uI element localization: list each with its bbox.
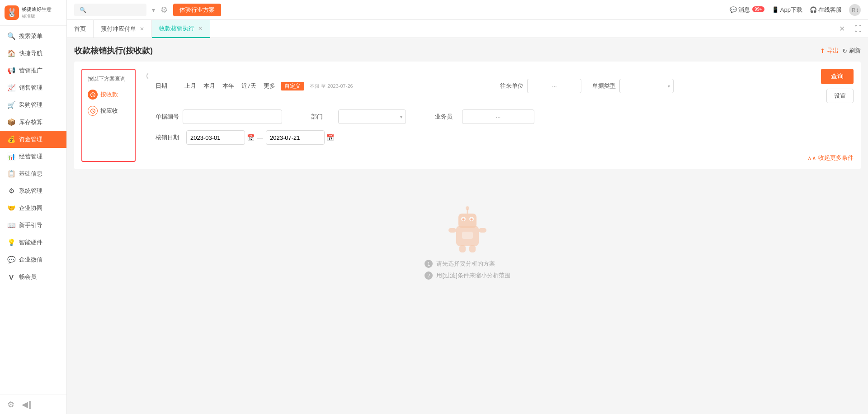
empty-state: 1 请先选择要分析的方案 2 用[过滤]条件来缩小分析范围: [74, 169, 861, 298]
weixin-icon: 💬: [7, 256, 15, 264]
solution-button[interactable]: 体验行业方案: [173, 4, 221, 16]
receivable-option-icon: [88, 106, 98, 116]
sidebar-item-member[interactable]: V 畅会员: [0, 268, 66, 286]
collection-option-icon: [88, 90, 98, 100]
sidebar-item-basicinfo[interactable]: 📋 基础信息: [0, 165, 66, 182]
filter-option-label: 按收款: [100, 90, 118, 99]
tip-num-2: 2: [425, 271, 433, 280]
sidebar-item-finance[interactable]: 💰 资金管理: [0, 131, 66, 148]
svg-point-7: [471, 219, 473, 221]
sidebar-item-label: 快捷导航: [19, 49, 42, 57]
tab-prepay-label: 预付冲应付单: [101, 25, 136, 33]
date-btn-thismonth[interactable]: 本月: [202, 81, 217, 91]
gear-icon[interactable]: ⚙: [160, 5, 168, 15]
bill-type-select[interactable]: [619, 79, 674, 93]
topbar: 🔍 ▾ ⚙ 体验行业方案 💬 消息 99+ 📱 App下载 🎧 在线客服 Rit: [67, 0, 868, 20]
sidebar-item-label: 搜索菜单: [19, 32, 42, 40]
setting-button[interactable]: 设置: [826, 89, 854, 103]
svg-rect-14: [462, 232, 473, 239]
tab-collection-label: 收款核销执行: [159, 24, 194, 33]
sidebar-item-quicknav[interactable]: 🏠 快捷导航: [0, 45, 66, 62]
topbar-search[interactable]: 🔍: [74, 4, 146, 16]
sidebar-item-operations[interactable]: 📊 经营管理: [0, 148, 66, 165]
date-btn-thisyear[interactable]: 本年: [221, 81, 236, 91]
filter-option-by-receivable[interactable]: 按应收: [82, 103, 135, 119]
bill-type-select-wrap: ▾: [619, 79, 674, 93]
sidebar-item-purchase[interactable]: 🛒 采购管理: [0, 96, 66, 114]
date-label: 日期: [156, 82, 179, 90]
bill-no-group: 单据编号: [156, 109, 282, 124]
collapse-more-label: 收起更多条件: [818, 154, 854, 162]
headset-icon: 🎧: [810, 6, 817, 13]
date-btn-more[interactable]: 更多: [262, 81, 277, 91]
calendar-end-icon[interactable]: 📅: [326, 134, 334, 141]
sidebar-item-label: 销售管理: [19, 84, 42, 92]
date-custom-tag[interactable]: 自定义: [281, 82, 304, 90]
sidebar-item-hardware[interactable]: 💡 智能硬件: [0, 234, 66, 251]
verify-date-end-input[interactable]: [266, 130, 325, 145]
operations-icon: 📊: [7, 152, 15, 161]
message-button[interactable]: 💬 消息 99+: [730, 6, 764, 14]
app-title: 畅捷通好生意: [22, 6, 52, 13]
close-tab-button[interactable]: ✕: [835, 23, 848, 35]
settings-icon[interactable]: ⚙: [7, 400, 14, 409]
sidebar-item-label: 企业微信: [19, 256, 42, 264]
verify-date-start-input[interactable]: [186, 130, 245, 145]
sidebar-item-system[interactable]: ⚙ 系统管理: [0, 182, 66, 200]
message-badge: 99+: [752, 6, 764, 12]
filter-option-by-collection[interactable]: 按收款: [82, 86, 135, 103]
collapse-sidebar-icon[interactable]: ◀‖: [22, 400, 32, 409]
inventory-icon: 📦: [7, 118, 15, 126]
system-icon: ⚙: [7, 187, 15, 195]
refresh-icon: ↻: [842, 48, 847, 54]
tab-collection[interactable]: 收款核销执行 ✕: [152, 20, 210, 38]
sidebar-item-sales[interactable]: 📈 销售管理: [0, 79, 66, 96]
tab-prepay[interactable]: 预付冲应付单 ✕: [94, 20, 152, 38]
date-btn-lastmonth[interactable]: 上月: [183, 81, 198, 91]
sidebar-item-label: 基础信息: [19, 170, 42, 178]
verify-date-start-wrap: 📅: [186, 130, 255, 145]
sidebar-item-guide[interactable]: 📖 新手引导: [0, 217, 66, 234]
tab-prepay-close[interactable]: ✕: [140, 26, 144, 32]
verify-date-group: 核销日期 📅 — 📅: [156, 130, 334, 145]
query-button[interactable]: 查询: [821, 69, 854, 84]
dept-group: 部门 ▾: [311, 109, 406, 124]
tabbar-actions: ✕ ⛶: [835, 23, 868, 35]
sidebar-item-collab[interactable]: 🤝 企业协同: [0, 200, 66, 217]
date-btn-7days[interactable]: 近7天: [240, 81, 258, 91]
staff-input[interactable]: ···: [462, 109, 534, 124]
filter-collapse-button[interactable]: 《: [141, 69, 150, 162]
collapse-icon: 《: [142, 72, 149, 81]
online-service-button[interactable]: 🎧 在线客服: [810, 6, 842, 14]
partner-input[interactable]: ···: [527, 79, 581, 93]
dept-select-wrap: ▾: [338, 109, 406, 124]
maximize-button[interactable]: ⛶: [852, 23, 864, 35]
verify-date-label: 核销日期: [156, 133, 183, 142]
sidebar-item-label: 资金管理: [19, 135, 42, 143]
sidebar-item-inventory[interactable]: 📦 库存核算: [0, 114, 66, 131]
app-download-button[interactable]: 📱 App下载: [772, 6, 802, 14]
bill-no-input[interactable]: [183, 109, 282, 124]
user-avatar[interactable]: Rit: [849, 4, 861, 16]
refresh-button[interactable]: ↻ 刷新: [842, 47, 861, 55]
sidebar-item-search[interactable]: 🔍 搜索菜单: [0, 28, 66, 45]
empty-tip-1: 1 请先选择要分析的方案: [425, 260, 510, 268]
tab-collection-close[interactable]: ✕: [198, 25, 203, 32]
collapse-more-button[interactable]: ∧∧ 收起更多条件: [807, 154, 854, 162]
sidebar-item-marketing[interactable]: 📢 营销推广: [0, 62, 66, 79]
export-button[interactable]: ⬆ 导出: [820, 47, 839, 55]
partner-label: 往来单位: [500, 82, 524, 90]
sidebar-item-weixin[interactable]: 💬 企业微信: [0, 251, 66, 268]
tab-home[interactable]: 首页: [67, 20, 94, 38]
app-subtitle: 标准版: [22, 13, 52, 19]
topbar-right: 💬 消息 99+ 📱 App下载 🎧 在线客服 Rit: [730, 4, 861, 16]
calendar-start-icon[interactable]: 📅: [247, 134, 255, 141]
svg-rect-3: [458, 214, 476, 228]
topbar-dropdown-icon[interactable]: ▾: [152, 6, 155, 14]
sidebar-footer: ⚙ ◀‖: [0, 395, 66, 414]
dept-select[interactable]: [338, 109, 406, 124]
sidebar-nav: 🔍 搜索菜单 🏠 快捷导航 📢 营销推广 📈 销售管理 🛒 采购管理 📦 库存核…: [0, 26, 66, 395]
content-area: 收款核销执行(按收款) ⬆ 导出 ↻ 刷新 按以下方案查询: [67, 38, 868, 414]
bill-type-label: 单据类型: [592, 82, 616, 90]
collab-icon: 🤝: [7, 204, 15, 212]
